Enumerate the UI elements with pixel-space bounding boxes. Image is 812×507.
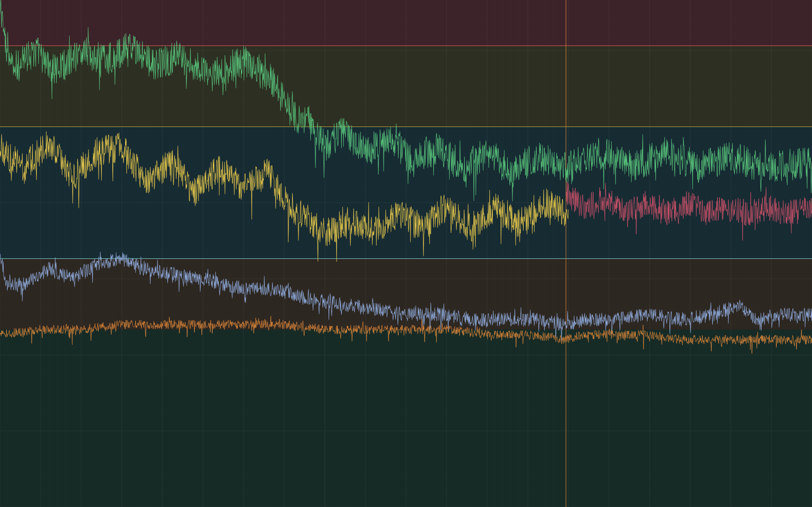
- chart-panel[interactable]: [0, 0, 812, 507]
- grid: [0, 0, 812, 507]
- timeseries-chart: [0, 0, 812, 507]
